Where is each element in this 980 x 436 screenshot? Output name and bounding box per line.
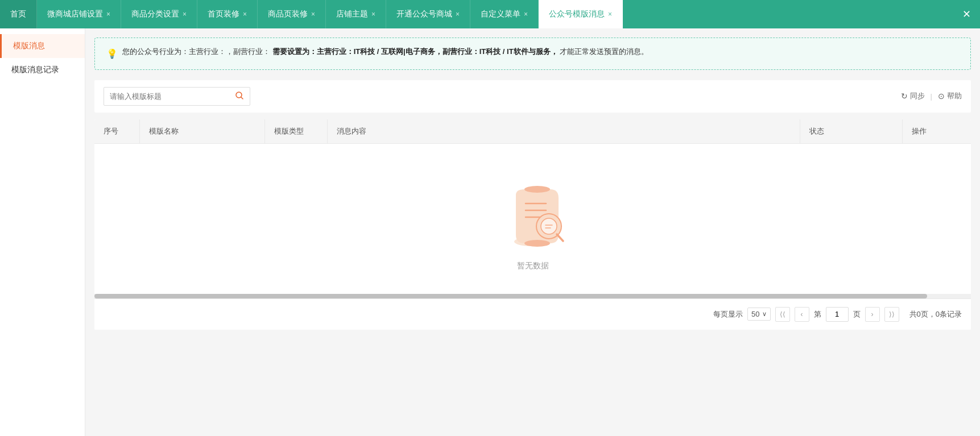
divider: | [931, 92, 932, 101]
empty-illustration [496, 178, 570, 252]
nav-item-template-msg[interactable]: 公众号模版消息 × [539, 0, 623, 28]
sidebar-item-template[interactable]: 模版消息 [0, 34, 85, 58]
close-icon-home-decor[interactable]: × [243, 10, 247, 18]
search-input-container [104, 87, 250, 106]
page-total-label: 共0页，0条记录 [909, 309, 962, 319]
svg-point-9 [541, 218, 557, 234]
col-header-content: 消息内容 [328, 119, 800, 143]
close-icon-shop-theme[interactable]: × [371, 10, 375, 18]
page-size-value: 50 [751, 310, 759, 318]
help-icon: ⊙ [938, 92, 945, 101]
top-navigation: 首页 微商城店铺设置 × 商品分类设置 × 首页装修 × 商品页装修 × 店铺主… [0, 0, 980, 28]
search-bar: ↻ 同步 | ⊙ 帮助 [94, 80, 971, 113]
page-prev-button[interactable]: ‹ [795, 307, 809, 322]
nav-item-product-decor[interactable]: 商品页装修 × [258, 0, 326, 28]
close-icon-shop-setting[interactable]: × [106, 10, 110, 18]
notice-suffix: 才能正常发送预置的消息。 [560, 47, 648, 56]
close-icon-template-msg[interactable]: × [608, 10, 612, 18]
nav-label-home-decor: 首页装修 [208, 9, 239, 19]
empty-text: 暂无数据 [517, 261, 549, 271]
nav-item-open-mall[interactable]: 开通公众号商城 × [386, 0, 470, 28]
close-icon-custom-menu[interactable]: × [524, 10, 528, 18]
chevron-down-icon: ∨ [762, 310, 767, 318]
help-button[interactable]: ⊙ 帮助 [938, 91, 962, 101]
page-label: 第 [814, 309, 821, 319]
main-layout: 模版消息 模版消息记录 💡 您的公众号行业为：主营行业：，副营行业： 需要设置为… [0, 28, 980, 436]
nav-item-shop-setting[interactable]: 微商城店铺设置 × [37, 0, 121, 28]
search-right-actions: ↻ 同步 | ⊙ 帮助 [901, 91, 962, 101]
close-icon-open-mall[interactable]: × [456, 10, 460, 18]
notice-banner: 💡 您的公众号行业为：主营行业：，副营行业： 需要设置为：主营行业：IT科技 /… [94, 38, 971, 70]
col-header-seq: 序号 [94, 119, 140, 143]
page-first-button[interactable]: ⟨⟨ [775, 307, 790, 322]
lightbulb-icon: 💡 [106, 47, 118, 61]
search-button[interactable] [229, 88, 250, 105]
nav-label-template-msg: 公众号模版消息 [549, 9, 605, 19]
search-input[interactable] [104, 89, 229, 104]
col-header-status: 状态 [800, 119, 903, 143]
nav-label-product-decor: 商品页装修 [268, 9, 308, 19]
col-header-action: 操作 [903, 119, 971, 143]
page-suffix: 页 [853, 309, 861, 319]
nav-label-open-mall: 开通公众号商城 [396, 9, 452, 19]
nav-item-custom-menu[interactable]: 自定义菜单 × [470, 0, 539, 28]
col-header-type: 模版类型 [265, 119, 328, 143]
sidebar-label-template-record: 模版消息记录 [11, 65, 59, 74]
page-size-label: 每页显示 [713, 309, 743, 319]
page-next-button[interactable]: › [865, 307, 880, 322]
sidebar-label-template: 模版消息 [13, 41, 45, 50]
scrollbar-thumb[interactable] [94, 294, 927, 298]
empty-state: 暂无数据 [94, 144, 971, 294]
notice-prefix: 您的公众号行业为：主营行业：，副营行业： [122, 47, 270, 56]
nav-label-shop-setting: 微商城店铺设置 [47, 9, 103, 19]
close-icon-product-decor[interactable]: × [311, 10, 315, 18]
sync-button[interactable]: ↻ 同步 [901, 91, 925, 101]
svg-line-1 [241, 97, 243, 99]
nav-label-home: 首页 [10, 9, 26, 19]
search-icon [235, 91, 244, 100]
sidebar-item-template-record[interactable]: 模版消息记录 [0, 58, 85, 82]
table-container: 序号 模版名称 模版类型 消息内容 状态 操作 [94, 119, 971, 330]
nav-label-shop-theme: 店铺主题 [336, 9, 368, 19]
nav-item-home-decor[interactable]: 首页装修 × [197, 0, 258, 28]
nav-close-all-button[interactable]: ✕ [953, 8, 980, 20]
col-header-name: 模版名称 [140, 119, 265, 143]
nav-label-category-setting: 商品分类设置 [131, 9, 179, 19]
svg-point-4 [524, 240, 550, 247]
svg-point-3 [524, 186, 550, 193]
horizontal-scrollbar[interactable] [94, 294, 971, 298]
nav-item-shop-theme[interactable]: 店铺主题 × [326, 0, 386, 28]
page-number-input[interactable] [826, 307, 849, 322]
help-label: 帮助 [947, 91, 962, 101]
notice-highlight: 需要设置为：主营行业：IT科技 / 互联网|电子商务，副营行业：IT科技 / I… [272, 47, 558, 56]
nav-item-category-setting[interactable]: 商品分类设置 × [121, 0, 197, 28]
table-header: 序号 模版名称 模版类型 消息内容 状态 操作 [94, 119, 971, 144]
content-area: 💡 您的公众号行业为：主营行业：，副营行业： 需要设置为：主营行业：IT科技 /… [85, 28, 980, 436]
sidebar: 模版消息 模版消息记录 [0, 28, 85, 436]
refresh-icon: ↻ [901, 92, 908, 101]
page-size-select[interactable]: 50 ∨ [747, 308, 770, 321]
nav-item-home[interactable]: 首页 [0, 0, 37, 28]
close-icon-category-setting[interactable]: × [183, 10, 187, 18]
pagination: 每页显示 50 ∨ ⟨⟨ ‹ 第 页 › ⟩⟩ 共0页，0条记录 [94, 298, 971, 330]
page-last-button[interactable]: ⟩⟩ [884, 307, 899, 322]
notice-text: 您的公众号行业为：主营行业：，副营行业： 需要设置为：主营行业：IT科技 / 互… [122, 46, 648, 58]
sync-label: 同步 [910, 91, 925, 101]
nav-label-custom-menu: 自定义菜单 [481, 9, 520, 19]
